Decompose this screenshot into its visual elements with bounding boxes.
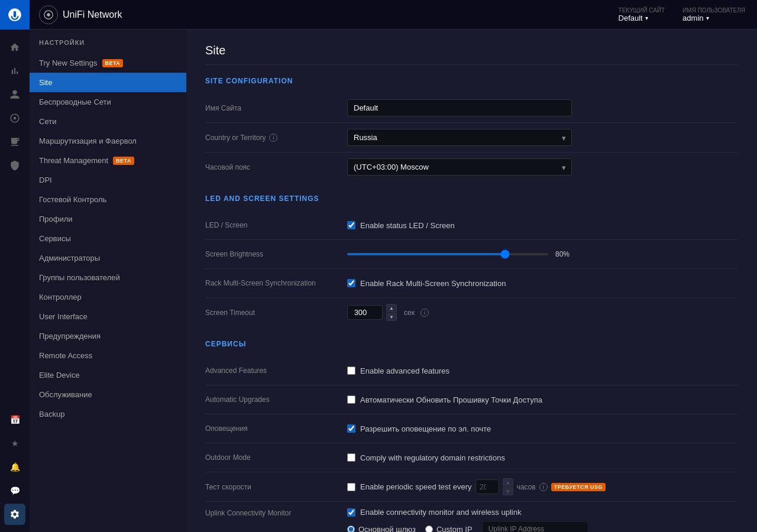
- advanced-control: Enable advanced features: [347, 366, 738, 375]
- speed-test-checkbox[interactable]: [347, 483, 355, 491]
- sidebar-title: НАСТРОЙКИ: [30, 39, 186, 53]
- country-label: Country or Territory i: [205, 134, 347, 142]
- sidebar-item-alerts[interactable]: Предупреждения: [30, 326, 186, 346]
- iconbar-item-star[interactable]: ★: [4, 433, 25, 454]
- iconbar-item-settings[interactable]: [4, 504, 25, 525]
- brightness-value: 80%: [555, 250, 577, 258]
- sidebar-item-backup[interactable]: Backup: [30, 404, 186, 424]
- radio-main-label[interactable]: Основной шлюз: [347, 525, 416, 533]
- current-site[interactable]: ТЕКУЩИЙ САЙТ Default ▾: [619, 7, 665, 22]
- speed-test-value-input[interactable]: [475, 479, 499, 494]
- iconbar-item-devices[interactable]: [4, 108, 25, 129]
- radio-custom-text: Custom IP: [436, 525, 473, 533]
- timezone-select[interactable]: (UTC+03:00) Moscow: [347, 158, 572, 176]
- led-screen-checkbox[interactable]: [347, 221, 355, 229]
- sidebar-item-site[interactable]: Site: [30, 73, 186, 92]
- sidebar: НАСТРОЙКИ Try New Settings BETA Site Бес…: [30, 30, 186, 532]
- controller-label: Контроллер: [39, 293, 82, 301]
- alerts-enable-text: Разрешить оповещение по эл. почте: [360, 424, 491, 433]
- stepper-up-button[interactable]: ▲: [386, 304, 397, 312]
- settings-icon: [9, 509, 20, 520]
- rack-sync-label: Rack Multi-Screen Synchronization: [205, 279, 347, 287]
- speed-test-row: Тест скорости Enable periodic speed test…: [205, 473, 738, 500]
- auto-upgrade-checkbox-label[interactable]: Автоматически Обновить Прошивку Точки До…: [347, 395, 738, 404]
- sidebar-item-networks[interactable]: Сети: [30, 112, 186, 131]
- svg-point-1: [47, 13, 50, 16]
- timeout-info-icon: i: [420, 309, 429, 317]
- sidebar-item-wireless[interactable]: Беспроводные Сети: [30, 92, 186, 112]
- led-screen-row: LED / Screen Enable status LED / Screen: [205, 212, 738, 238]
- speed-test-down[interactable]: ▼: [503, 487, 513, 495]
- radio-custom[interactable]: [425, 525, 433, 533]
- stepper-down-button[interactable]: ▼: [386, 313, 397, 321]
- iconbar-item-chat[interactable]: 💬: [4, 480, 25, 501]
- led-screen-checkbox-label[interactable]: Enable status LED / Screen: [347, 221, 738, 230]
- outdoor-checkbox-label[interactable]: Comply with regulatory domain restrictio…: [347, 453, 738, 462]
- uplink-enable-text: Enable connectivity monitor and wireless…: [360, 508, 521, 517]
- sidebar-item-admins[interactable]: Администраторы: [30, 248, 186, 268]
- sidebar-item-try-new-settings[interactable]: Try New Settings BETA: [30, 53, 186, 73]
- iconbar-item-alerts[interactable]: [4, 155, 25, 176]
- custom-ip-input[interactable]: [482, 521, 588, 532]
- iconbar-item-calendar[interactable]: 📅: [4, 409, 25, 430]
- alerts-checkbox-label[interactable]: Разрешить оповещение по эл. почте: [347, 424, 738, 433]
- brightness-control: 80%: [347, 250, 738, 258]
- speed-test-up[interactable]: ▲: [503, 478, 513, 486]
- services-label: Сервисы: [39, 234, 71, 243]
- radio-main[interactable]: [347, 525, 355, 533]
- networks-label: Сети: [39, 117, 56, 126]
- rack-sync-row: Rack Multi-Screen Synchronization Enable…: [205, 270, 738, 296]
- site-name-input[interactable]: [347, 99, 572, 116]
- backup-label: Backup: [39, 410, 64, 419]
- rack-sync-checkbox[interactable]: [347, 279, 355, 287]
- outdoor-enable-text: Comply with regulatory domain restrictio…: [360, 453, 505, 462]
- iconbar-item-insights[interactable]: [4, 131, 25, 153]
- iconbar-bottom: 📅 ★ 🔔 💬: [4, 409, 25, 532]
- alerts-checkbox[interactable]: [347, 424, 355, 433]
- sidebar-item-remote-access[interactable]: Remote Access: [30, 346, 186, 365]
- auto-upgrade-control: Автоматически Обновить Прошивку Точки До…: [347, 395, 738, 404]
- sidebar-item-guest[interactable]: Гостевой Контроль: [30, 190, 186, 209]
- sidebar-item-maintenance[interactable]: Обслуживание: [30, 385, 186, 404]
- radio-custom-label[interactable]: Custom IP: [425, 525, 473, 533]
- clients-icon: [9, 89, 20, 100]
- advanced-checkbox-label[interactable]: Enable advanced features: [347, 366, 738, 375]
- current-site-label: ТЕКУЩИЙ САЙТ: [619, 7, 665, 14]
- profiles-label: Профили: [39, 215, 73, 223]
- speed-test-unit: часов: [517, 483, 536, 491]
- auto-upgrade-row: Automatic Upgrades Автоматически Обновит…: [205, 387, 738, 413]
- username[interactable]: ИМЯ ПОЛЬЗОВАТЕЛЯ admin ▾: [682, 7, 745, 22]
- brightness-slider[interactable]: [347, 253, 548, 255]
- username-value: admin ▾: [682, 14, 745, 22]
- timeout-input[interactable]: [347, 305, 383, 320]
- sidebar-item-controller[interactable]: Контроллер: [30, 287, 186, 307]
- uplink-checkbox[interactable]: [347, 508, 355, 517]
- iconbar-item-home[interactable]: [4, 37, 25, 58]
- speed-test-checkbox-label[interactable]: Enable periodic speed test every: [347, 482, 472, 491]
- sidebar-item-elite[interactable]: Elite Device: [30, 365, 186, 385]
- uplink-checkbox-label[interactable]: Enable connectivity monitor and wireless…: [347, 508, 738, 517]
- timezone-label: Часовой пояс: [205, 163, 347, 171]
- iconbar-item-bell[interactable]: 🔔: [4, 456, 25, 478]
- sidebar-item-services[interactable]: Сервисы: [30, 229, 186, 248]
- auto-upgrade-checkbox[interactable]: [347, 395, 355, 404]
- sidebar-item-user-groups[interactable]: Группы пользователей: [30, 268, 186, 287]
- advanced-checkbox[interactable]: [347, 366, 355, 375]
- main-content: Site SITE CONFIGURATION Имя Сайта Countr…: [186, 30, 757, 532]
- requires-usg-badge: ТРЕБУЕТСЯ USG: [551, 483, 606, 491]
- sidebar-item-dpi[interactable]: DPI: [30, 170, 186, 190]
- site-config-title: SITE CONFIGURATION: [205, 77, 738, 85]
- rack-sync-checkbox-label[interactable]: Enable Rack Multi-Screen Synchronization: [347, 279, 738, 288]
- sidebar-item-threat[interactable]: Threat Management BETA: [30, 151, 186, 170]
- remote-access-label: Remote Access: [39, 351, 92, 360]
- outdoor-checkbox[interactable]: [347, 453, 355, 462]
- iconbar-item-clients[interactable]: [4, 84, 25, 105]
- sidebar-item-ui[interactable]: User Interface: [30, 307, 186, 326]
- sidebar-item-routing[interactable]: Маршрутизация и Фаервол: [30, 131, 186, 151]
- site-config-section: SITE CONFIGURATION Имя Сайта Country or …: [205, 77, 738, 180]
- country-select[interactable]: Russia: [347, 129, 572, 146]
- elite-label: Elite Device: [39, 371, 80, 379]
- iconbar-item-stats[interactable]: [4, 60, 25, 82]
- chevron-down-icon: ▾: [645, 15, 648, 21]
- sidebar-item-profiles[interactable]: Профили: [30, 209, 186, 229]
